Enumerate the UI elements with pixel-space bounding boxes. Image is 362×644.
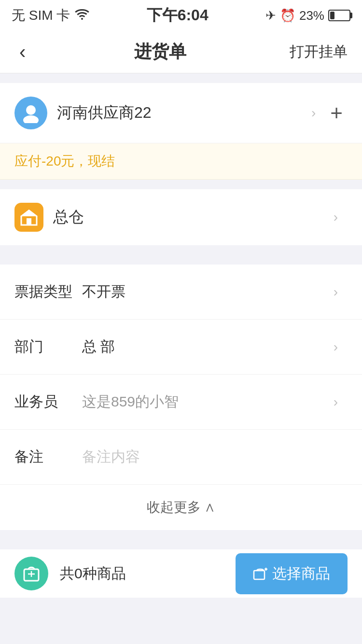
page-background bbox=[0, 598, 362, 644]
invoice-type-row[interactable]: 票据类型 不开票 › bbox=[0, 265, 362, 320]
invoice-type-value: 不开票 bbox=[82, 282, 334, 302]
product-count: 共0种商品 bbox=[60, 564, 236, 584]
department-row[interactable]: 部门 总 部 › bbox=[0, 320, 362, 375]
collapse-row[interactable]: 收起更多 ∧ bbox=[0, 484, 362, 530]
remark-label: 备注 bbox=[14, 447, 82, 467]
section-gap-1 bbox=[0, 73, 362, 83]
chevron-right-icon: › bbox=[311, 105, 316, 121]
location-icon: ✈ bbox=[265, 8, 276, 23]
alarm-icon: ⏰ bbox=[280, 8, 295, 23]
salesman-label: 业务员 bbox=[14, 392, 82, 412]
salesman-value: 这是859的小智 bbox=[82, 392, 334, 412]
cart-icon bbox=[253, 566, 267, 581]
chevron-right-icon: › bbox=[334, 394, 338, 410]
svg-rect-3 bbox=[27, 218, 31, 225]
status-bar: 无 SIM 卡 下午6:04 ✈ ⏰ 23% bbox=[0, 0, 362, 31]
salesman-row[interactable]: 业务员 这是859的小智 › bbox=[0, 375, 362, 430]
supplier-row[interactable]: 河南供应商22 › + bbox=[0, 83, 362, 143]
svg-point-0 bbox=[26, 105, 36, 115]
collapse-label: 收起更多 ∧ bbox=[147, 498, 216, 517]
battery-text: 23% bbox=[299, 8, 324, 23]
bottom-bar: 共0种商品 选择商品 bbox=[0, 549, 362, 598]
supplier-name: 河南供应商22 bbox=[57, 102, 311, 124]
open-pending-button[interactable]: 打开挂单 bbox=[290, 42, 348, 62]
svg-marker-4 bbox=[20, 210, 38, 216]
avatar bbox=[14, 97, 47, 129]
svg-rect-8 bbox=[254, 571, 265, 579]
department-value: 总 部 bbox=[82, 337, 334, 357]
status-right: ✈ ⏰ 23% bbox=[265, 8, 350, 23]
chevron-right-icon: › bbox=[334, 284, 338, 300]
section-gap-3 bbox=[0, 245, 362, 255]
form-section: 票据类型 不开票 › 部门 总 部 › 业务员 这是859的小智 › 备注 备注… bbox=[0, 265, 362, 484]
supplier-section: 河南供应商22 › + 应付-20元，现结 bbox=[0, 83, 362, 180]
warehouse-icon bbox=[14, 203, 43, 232]
status-left: 无 SIM 卡 bbox=[12, 6, 89, 25]
department-label: 部门 bbox=[14, 337, 82, 357]
svg-point-1 bbox=[23, 115, 39, 123]
nav-bar: ‹ 进货单 打开挂单 bbox=[0, 31, 362, 73]
warehouse-section: 总仓 › bbox=[0, 189, 362, 245]
select-product-button[interactable]: 选择商品 bbox=[236, 553, 348, 594]
chevron-right-icon: › bbox=[334, 339, 338, 355]
add-button[interactable]: + bbox=[325, 101, 348, 125]
remark-placeholder: 备注内容 bbox=[82, 447, 348, 467]
back-button[interactable]: ‹ bbox=[14, 36, 30, 68]
chevron-right-icon: › bbox=[334, 210, 338, 225]
invoice-type-label: 票据类型 bbox=[14, 282, 82, 302]
product-icon bbox=[14, 557, 48, 590]
remark-row[interactable]: 备注 备注内容 bbox=[0, 430, 362, 484]
section-gap-4 bbox=[0, 530, 362, 540]
warehouse-row[interactable]: 总仓 › bbox=[0, 189, 362, 245]
battery-icon bbox=[328, 10, 350, 21]
wifi-icon bbox=[75, 8, 89, 23]
carrier-text: 无 SIM 卡 bbox=[12, 6, 70, 25]
notice-text: 应付-20元，现结 bbox=[14, 154, 115, 168]
page-title: 进货单 bbox=[134, 40, 186, 64]
notice-bar: 应付-20元，现结 bbox=[0, 143, 362, 180]
warehouse-name: 总仓 bbox=[53, 207, 334, 228]
select-btn-label: 选择商品 bbox=[272, 564, 330, 584]
section-gap-2 bbox=[0, 180, 362, 189]
status-time: 下午6:04 bbox=[147, 5, 209, 26]
